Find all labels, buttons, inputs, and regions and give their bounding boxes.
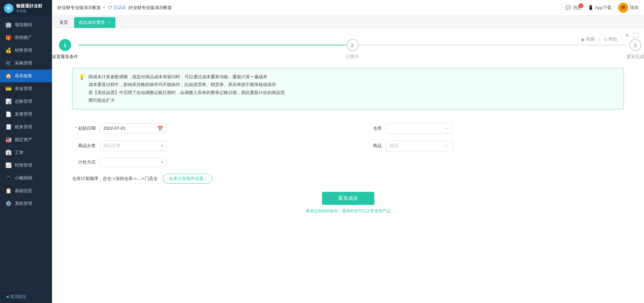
sidebar-footer-cancel[interactable]: ◄ 取消固定 xyxy=(0,290,52,303)
start-date-input[interactable]: 2022-07-01 📅 xyxy=(100,123,167,133)
product-input[interactable]: 商品 ··· xyxy=(386,140,453,151)
form-group-warehouse: 仓库 ··· xyxy=(358,123,624,134)
submit-recalc-button[interactable]: 重算成本 xyxy=(322,192,374,205)
app-title-block: 畅捷通好业财 专业版 xyxy=(16,3,42,13)
warehouse-more-icon[interactable]: ··· xyxy=(444,125,449,131)
verified-badge: 🛡 已认证 xyxy=(108,5,126,10)
sidebar-item-总账管理[interactable]: 📊总账管理 xyxy=(0,95,52,108)
sidebar-item-工资[interactable]: 👔工资 xyxy=(0,146,52,159)
app-download-label: App下载 xyxy=(595,5,611,11)
tab-home[interactable]: 首页 xyxy=(55,17,73,28)
nav-icon-9: 🏭 xyxy=(5,137,11,143)
nav-icon-11: 📈 xyxy=(5,162,11,168)
app-logo: 畅 xyxy=(4,4,13,13)
nav-icon-4: 🏠 xyxy=(5,73,11,79)
nav-icon-0: 🏢 xyxy=(5,22,11,28)
nav-label-3: 采购管理 xyxy=(15,60,32,66)
form-row-price-method: 计价方式 ▾ xyxy=(72,158,624,167)
category-select[interactable]: 商品分类 ▾ xyxy=(100,140,167,151)
nav-label-1: 营销推广 xyxy=(15,35,32,41)
sidebar-item-库存核算[interactable]: 🏠库存核算 xyxy=(0,70,52,82)
nav-label-6: 总账管理 xyxy=(15,98,32,104)
step-line-2 xyxy=(359,45,627,45)
nav-icon-1: 🎁 xyxy=(5,35,11,41)
nav-icon-2: 💰 xyxy=(5,47,11,53)
step-circle-1: 1 xyxy=(59,39,71,51)
sidebar-item-采购管理[interactable]: 🛒采购管理 xyxy=(0,57,52,70)
sidebar-item-销售管理[interactable]: 💰销售管理 xyxy=(0,44,52,57)
tab-close-icon[interactable]: × xyxy=(108,20,111,25)
form-row-2: 商品分类 商品分类 ▾ 商品 商品 ··· xyxy=(72,140,624,151)
user-profile[interactable]: 🐻 珠珠 xyxy=(618,3,639,13)
start-date-label: * 起始日期 xyxy=(72,125,96,131)
video-action[interactable]: ▶ 视频 xyxy=(582,36,595,42)
nav-label-7: 发票管理 xyxy=(15,111,32,117)
step-circle-2: 2 xyxy=(346,39,359,51)
nav-label-0: 项目顾问 xyxy=(15,22,32,28)
chevron-down-icon: ▾ xyxy=(103,5,105,10)
step-line-1 xyxy=(78,45,346,45)
close-icon[interactable]: ✕ xyxy=(625,32,629,39)
user-name: 珠珠 xyxy=(630,5,639,11)
sidebar-item-发票管理[interactable]: 📄发票管理 xyxy=(0,108,52,121)
app-download-action[interactable]: 📱 App下载 xyxy=(588,5,611,11)
form-group-category: 商品分类 商品分类 ▾ xyxy=(72,140,338,151)
app-title: 畅捷通好业财 xyxy=(16,3,42,9)
nav-label-14: 系统管理 xyxy=(15,201,32,207)
sidebar-nav: 🏢项目顾问🎁营销推广💰销售管理🛒采购管理🏠库存核算💳资金管理📊总账管理📄发票管理… xyxy=(0,17,52,290)
calc-order-row: 仓库计算顺序：总仓->深圳仓库->...->门店仓 仓库计算顺序设置 › xyxy=(72,174,624,184)
price-method-label: 计价方式 xyxy=(72,159,96,165)
nav-icon-3: 🛒 xyxy=(5,60,11,66)
form-row-1: * 起始日期 2022-07-01 📅 仓库 ··· xyxy=(72,123,624,134)
nav-label-10: 工资 xyxy=(15,149,23,156)
product-more-icon[interactable]: ··· xyxy=(444,143,449,149)
sidebar-item-税务管理[interactable]: 🧾税务管理 xyxy=(0,121,52,133)
nav-icon-12: 📱 xyxy=(5,175,11,181)
submit-hint: 重算过程耗时较长，重算时您可以正常使用产品 xyxy=(72,208,624,214)
step-label-1: 设置重算条件 xyxy=(52,54,78,60)
shield-icon: 🛡 xyxy=(108,5,112,10)
nav-icon-7: 📄 xyxy=(5,111,11,117)
nav-icon-13: 📋 xyxy=(5,188,11,194)
sidebar-item-系统管理[interactable]: ⚙️系统管理 xyxy=(0,197,52,210)
nav-icon-14: ⚙️ xyxy=(5,201,11,207)
nav-label-13: 基础信息 xyxy=(15,188,32,194)
verified-text: 已认证 xyxy=(114,5,126,10)
main-area: 好业财专业版演示帐套 ▾ 🛡 已认证 好业财专业版演示帐套 💬 消息 1 📱 A… xyxy=(52,0,644,303)
sidebar-item-小畅报销[interactable]: 📱小畅报销 xyxy=(0,172,52,184)
account-selector[interactable]: 好业财专业版演示帐套 ▾ xyxy=(57,5,105,11)
nav-icon-5: 💳 xyxy=(5,86,11,92)
product-label: 商品 xyxy=(358,143,382,149)
warehouse-input[interactable]: ··· xyxy=(386,123,453,134)
nav-label-9: 固定资产 xyxy=(15,137,32,143)
expand-icon[interactable]: ⛶ xyxy=(633,33,639,39)
price-method-select[interactable]: ▾ xyxy=(100,158,167,167)
top-actions: ▶ 视频 | ⊙ 帮助 xyxy=(582,36,617,42)
play-icon: ▶ xyxy=(582,37,585,42)
mobile-icon: 📱 xyxy=(588,5,593,10)
sidebar-item-基础信息[interactable]: 📋基础信息 xyxy=(0,184,52,197)
warehouse-label: 仓库 xyxy=(358,125,382,131)
calendar-icon: 📅 xyxy=(157,126,163,131)
sidebar-item-资金管理[interactable]: 💳资金管理 xyxy=(0,82,52,95)
step-circle-3: 3 xyxy=(629,39,641,51)
header-left: 好业财专业版演示帐套 ▾ 🛡 已认证 好业财专业版演示帐套 xyxy=(57,5,172,11)
sidebar-item-固定资产[interactable]: 🏭固定资产 xyxy=(0,133,52,146)
nav-label-11: 经营管理 xyxy=(15,162,32,168)
nav-icon-6: 📊 xyxy=(5,98,11,104)
app-subtitle: 专业版 xyxy=(16,9,42,13)
message-action[interactable]: 💬 消息 1 xyxy=(566,5,581,11)
video-label: 视频 xyxy=(586,36,595,42)
help-action[interactable]: ⊙ 帮助 xyxy=(604,36,617,42)
account-name-display: 好业财专业版演示帐套 xyxy=(57,5,101,11)
nav-icon-10: 👔 xyxy=(5,149,11,156)
nav-label-12: 小畅报销 xyxy=(15,175,32,181)
sidebar-item-经营管理[interactable]: 📈经营管理 xyxy=(0,159,52,172)
sidebar-item-营销推广[interactable]: 🎁营销推广 xyxy=(0,31,52,44)
category-label: 商品分类 xyxy=(72,143,96,149)
calc-order-settings-button[interactable]: 仓库计算顺序设置 › xyxy=(163,174,212,184)
sidebar-item-项目顾问[interactable]: 🏢项目顾问 xyxy=(0,18,52,31)
tab-bar: 首页 商品成本重算 × xyxy=(52,15,644,28)
nav-icon-8: 🧾 xyxy=(5,124,11,130)
tab-cost-recalc[interactable]: 商品成本重算 × xyxy=(74,17,115,28)
